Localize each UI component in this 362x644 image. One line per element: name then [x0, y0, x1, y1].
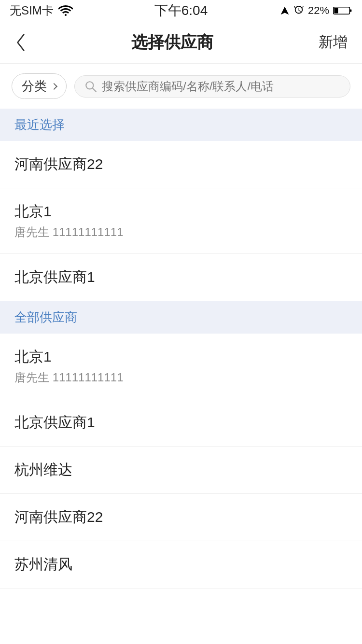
- status-time: 下午6:04: [154, 1, 208, 20]
- item-name: 北京1: [14, 202, 348, 222]
- recent-section-title: 最近选择: [14, 117, 65, 132]
- back-button[interactable]: [14, 33, 26, 52]
- alarm-icon: [293, 5, 304, 16]
- list-item[interactable]: 河南供应商22: [0, 141, 362, 188]
- add-button[interactable]: 新增: [319, 32, 348, 52]
- list-item[interactable]: 北京供应商1: [0, 399, 362, 447]
- list-item[interactable]: 河南供应商22: [0, 494, 362, 541]
- search-box: [74, 75, 350, 98]
- category-label: 分类: [22, 78, 47, 95]
- svg-rect-2: [334, 8, 338, 13]
- list-item[interactable]: 苏州清风: [0, 541, 362, 588]
- wifi-icon: [58, 5, 73, 16]
- svg-rect-1: [349, 10, 351, 12]
- item-name: 河南供应商22: [14, 507, 348, 527]
- item-sub: 唐先生 11111111111: [14, 224, 348, 240]
- status-bar: 无SIM卡 下午6:04 22%: [0, 0, 362, 21]
- search-input[interactable]: [102, 80, 340, 93]
- battery-icon: [333, 6, 352, 15]
- filter-bar: 分类: [0, 64, 362, 109]
- recent-section-header: 最近选择: [0, 109, 362, 141]
- battery-text: 22%: [308, 4, 329, 17]
- nav-bar: 选择供应商 新增: [0, 21, 362, 64]
- list-item[interactable]: 杭州维达: [0, 447, 362, 494]
- status-right: 22%: [280, 4, 352, 17]
- all-section-title: 全部供应商: [14, 310, 77, 324]
- item-name: 北京供应商1: [14, 267, 348, 287]
- all-section-header: 全部供应商: [0, 301, 362, 334]
- category-button[interactable]: 分类: [12, 73, 67, 99]
- list-item[interactable]: 北京供应商1: [0, 254, 362, 301]
- item-name: 北京供应商1: [14, 413, 348, 433]
- item-name: 河南供应商22: [14, 154, 348, 174]
- all-list: 北京1唐先生 11111111111北京供应商1杭州维达河南供应商22苏州清风: [0, 334, 362, 588]
- list-item[interactable]: 北京1唐先生 11111111111: [0, 334, 362, 399]
- location-icon: [280, 6, 290, 15]
- item-name: 杭州维达: [14, 460, 348, 480]
- item-name: 苏州清风: [14, 555, 348, 574]
- chevron-icon: [51, 83, 57, 89]
- status-left: 无SIM卡: [10, 3, 73, 18]
- item-name: 北京1: [14, 347, 348, 367]
- no-sim-text: 无SIM卡: [10, 3, 54, 18]
- recent-list: 河南供应商22北京1唐先生 11111111111北京供应商1: [0, 141, 362, 301]
- search-icon: [84, 80, 97, 93]
- page-title: 选择供应商: [131, 31, 213, 54]
- list-item[interactable]: 北京1唐先生 11111111111: [0, 188, 362, 254]
- svg-line-4: [93, 88, 96, 91]
- item-sub: 唐先生 11111111111: [14, 370, 348, 385]
